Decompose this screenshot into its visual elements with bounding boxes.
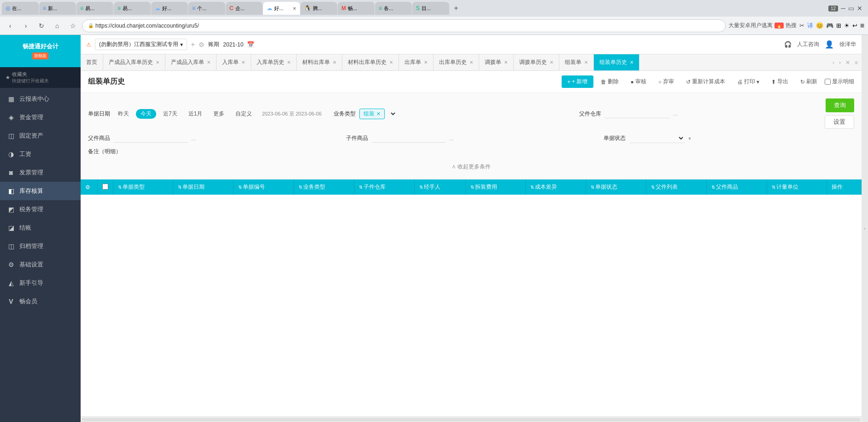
consultant-label[interactable]: 人工咨询 (797, 40, 819, 48)
date-yesterday-btn[interactable]: 昨天 (114, 109, 133, 119)
col-parent-list[interactable]: ⇅父件列表 (646, 179, 706, 195)
sidebar-item-settings[interactable]: ⚙ 基础设置 (0, 255, 81, 274)
table-checkbox-col[interactable] (97, 179, 113, 195)
address-input[interactable]: 🔒 https://cloud.chanjet.com/accounting/u… (82, 19, 726, 32)
browser-tab-10[interactable]: ≡ 各... (375, 2, 412, 15)
add-company-btn[interactable]: + (191, 40, 195, 49)
page-tab-transfer[interactable]: 调拨单 ✕ (479, 54, 514, 71)
settings-gear-icon[interactable]: ⚙ (199, 41, 205, 48)
tabs-close-btn[interactable]: ✕ (844, 59, 852, 66)
abandon-btn[interactable]: ○ 弃审 (654, 76, 679, 87)
col-bill-no[interactable]: ⇅单据编号 (234, 179, 294, 195)
tab-close-inbound-history[interactable]: ✕ (287, 60, 291, 65)
browser-tab-2[interactable]: ≡ 易... (76, 2, 113, 15)
col-bill-type[interactable]: ⇅单据类型 (113, 179, 173, 195)
col-bill-date[interactable]: ⇅单据日期 (173, 179, 234, 195)
parent-warehouse-input[interactable] (605, 110, 669, 118)
page-tab-assembly[interactable]: 组装单 ✕ (559, 54, 594, 71)
table-settings-col[interactable]: ⚙ (81, 179, 97, 195)
tab-close-transfer[interactable]: ✕ (504, 60, 508, 65)
tabs-left-btn[interactable]: ‹ (831, 59, 836, 66)
child-goods-input[interactable] (372, 134, 446, 143)
browser-tab-9[interactable]: M 畅... (338, 2, 375, 15)
page-tab-material-out[interactable]: 材料出库单 ✕ (297, 54, 342, 71)
browser-tab-0[interactable]: ◎ 在... (2, 2, 39, 15)
back-btn[interactable]: ‹ (4, 19, 17, 32)
display-detail-checkbox[interactable] (825, 79, 831, 85)
menu-icon[interactable]: ≡ (860, 22, 864, 30)
browser-close-btn[interactable]: ✕ (857, 5, 862, 12)
bottom-scrollbar[interactable] (81, 416, 862, 422)
set-btn[interactable]: 设置 (825, 115, 854, 129)
tab-close-material-out-history[interactable]: ✕ (389, 60, 393, 65)
col-unit[interactable]: ⇅计量单位 (767, 179, 827, 195)
date-more-btn[interactable]: 更多 (209, 109, 229, 119)
tab-close-outbound[interactable]: ✕ (424, 60, 428, 65)
page-tab-finished-history[interactable]: 产成品入库单历史 ✕ (103, 54, 165, 71)
tabs-right-btn[interactable]: › (837, 59, 843, 66)
page-tab-transfer-history[interactable]: 调拨单历史 ✕ (514, 54, 559, 71)
bookmark-btn[interactable]: ☆ (66, 19, 79, 32)
sidebar-item-reports[interactable]: ▦ 云报表中心 (0, 90, 81, 108)
query-btn[interactable]: 查询 (826, 98, 854, 112)
browser-tab-11[interactable]: S 目... (412, 2, 449, 15)
sidebar-item-close[interactable]: ◪ 结账 (0, 219, 81, 237)
parent-goods-more-btn[interactable]: ... (191, 135, 196, 142)
sidebar-item-archive[interactable]: ◫ 归档管理 (0, 237, 81, 255)
sidebar-item-finance[interactable]: ◈ 资金管理 (0, 108, 81, 127)
col-disassemble-fee[interactable]: ⇅拆装费用 (465, 179, 526, 195)
tab-close-inbound[interactable]: ✕ (241, 60, 245, 65)
sidebar-item-guide[interactable]: ◭ 新手引导 (0, 274, 81, 292)
delete-btn[interactable]: 🗑 删除 (596, 76, 623, 87)
col-parent-goods[interactable]: ⇅父件商品 (706, 179, 767, 195)
tab-close-finished-history[interactable]: ✕ (156, 60, 159, 65)
recalc-btn[interactable]: ↺ 重新计算成本 (681, 76, 730, 87)
tab-close-assembly[interactable]: ✕ (584, 60, 588, 65)
page-tab-outbound-history[interactable]: 出库单历史 ✕ (434, 54, 479, 71)
right-collapse-panel[interactable]: ‹ (862, 35, 868, 422)
browser-max-btn[interactable]: ▭ (848, 5, 854, 12)
biz-type-dropdown[interactable] (387, 110, 397, 117)
print-btn[interactable]: 🖨 打印 ▾ (733, 76, 764, 87)
sidebar-item-assets[interactable]: ◫ 固定资产 (0, 127, 81, 145)
sidebar-item-invoice[interactable]: ◙ 发票管理 (0, 163, 81, 182)
page-tab-inbound[interactable]: 入库单 ✕ (217, 54, 251, 71)
page-tab-home[interactable]: 首页 (81, 54, 103, 71)
tab-close-assembly-history[interactable]: ✕ (630, 60, 633, 65)
refresh-btn[interactable]: ↻ 刷新 (796, 76, 822, 87)
select-all-checkbox[interactable] (102, 184, 108, 190)
date-7days-btn[interactable]: 近7天 (159, 109, 182, 119)
sidebar-item-inventory[interactable]: ◧ 库存核算 (0, 182, 81, 200)
audit-btn[interactable]: ● 审核 (626, 76, 651, 87)
collapse-bar[interactable]: ∧ 收起更多条件 (88, 160, 854, 173)
browser-tab-6[interactable]: C 企... (226, 2, 263, 15)
col-cost-diff[interactable]: ⇅成本差异 (526, 179, 586, 195)
page-tab-inbound-history[interactable]: 入库单历史 ✕ (251, 54, 297, 71)
page-tab-outbound[interactable]: 出库单 ✕ (399, 54, 434, 71)
col-biz-type[interactable]: ⇅业务类型 (293, 179, 354, 195)
scroll-track[interactable] (82, 418, 861, 422)
tab-close-outbound-history[interactable]: ✕ (469, 60, 473, 65)
calendar-icon[interactable]: 📅 (247, 41, 254, 48)
sidebar-item-tax[interactable]: ◩ 税务管理 (0, 200, 81, 219)
col-bill-status[interactable]: ⇅单据状态 (586, 179, 646, 195)
browser-tab-1[interactable]: ≡ 新... (39, 2, 76, 15)
username-label[interactable]: 徐泽华 (839, 40, 856, 48)
tab-close-transfer-history[interactable]: ✕ (550, 60, 553, 65)
browser-min-btn[interactable]: ─ (841, 5, 845, 12)
reload-btn[interactable]: ↻ (35, 19, 48, 32)
sidebar-item-payroll[interactable]: ◑ 工资 (0, 145, 81, 163)
display-detail-cb[interactable]: 显示明细 (825, 78, 854, 86)
page-tab-material-out-history[interactable]: 材料出库单历史 ✕ (342, 54, 399, 71)
col-child-warehouse[interactable]: ⇅子件仓库 (354, 179, 414, 195)
browser-tab-4[interactable]: ☁ 好... (151, 2, 188, 15)
sidebar-favorites[interactable]: ★ 收藏夹 快捷键打开收藏夹 (0, 67, 81, 88)
browser-tab-5[interactable]: ≡ 个... (188, 2, 225, 15)
child-goods-more-btn[interactable]: ... (449, 135, 454, 142)
biz-type-tag-close[interactable]: ✕ (376, 111, 381, 117)
tab-close-icon[interactable]: ✕ (293, 6, 296, 11)
company-selector[interactable]: (勿删勿禁用）江西服宝测试专用 ▾ (95, 39, 187, 50)
new-tab-btn[interactable]: + (450, 2, 463, 15)
page-tab-assembly-history[interactable]: 组装单历史 ✕ (594, 54, 639, 71)
browser-tab-8[interactable]: 🐧 腾... (300, 2, 337, 15)
